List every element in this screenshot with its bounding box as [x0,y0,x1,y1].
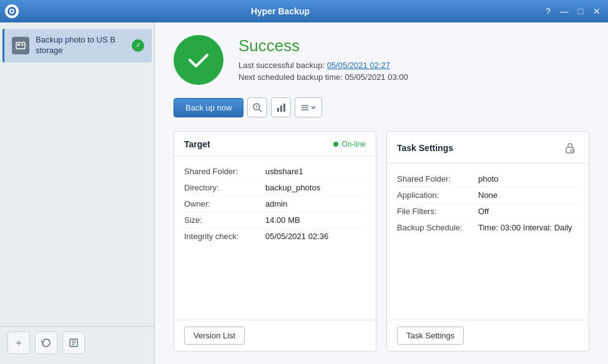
target-card-header: Target On-line [174,132,376,156]
version-list-button[interactable]: Version List [184,327,245,345]
row-value: usbshare1 [265,167,303,176]
task-settings-card-body: Shared Folder: photo Application: None F… [387,164,589,320]
more-actions-button[interactable] [295,97,322,117]
task-settings-card-header: Task Settings [387,132,589,164]
last-backup-label: Last successful backup: [238,61,325,70]
row-value: photo [478,174,499,184]
close-button[interactable]: ✕ [591,5,603,17]
target-card-body: Shared Folder: usbshare1 Directory: back… [174,156,376,320]
sidebar: Backup photo to US B storage ✓ ＋ [0,22,155,364]
task-settings-card-title: Task Settings [397,143,453,153]
row-value: 05/05/2021 02:36 [265,232,328,241]
window-controls: ? — □ ✕ [542,5,603,17]
online-dot [333,142,338,147]
table-row: Shared Folder: usbshare1 [184,164,366,180]
row-label: Shared Folder: [397,174,478,184]
svg-rect-15 [277,108,279,112]
row-value: backup_photos [265,183,320,192]
action-bar: Back up now [174,97,589,117]
back-up-now-button[interactable]: Back up now [174,98,243,117]
table-row: Integrity check: 05/05/2021 02:36 [184,229,366,244]
target-card-footer: Version List [174,320,376,351]
table-row: File Filters: Off [397,204,579,220]
row-value: Time: 03:00 Interval: Daily [478,223,572,232]
app-logo [5,4,19,18]
last-backup-value[interactable]: 05/05/2021 02:27 [327,61,390,70]
add-icon: ＋ [14,337,24,350]
sidebar-item-label: Backup photo to US B storage [36,35,125,56]
status-title: Success [238,36,589,56]
target-card-title: Target [184,139,210,149]
restore-button[interactable] [35,332,57,354]
table-row: Shared Folder: photo [397,171,579,187]
row-value: Off [478,207,489,216]
lock-icon [564,142,576,154]
chart-icon [277,103,286,112]
svg-rect-4 [17,44,20,46]
row-label: Backup Schedule: [397,223,478,232]
status-info: Success Last successful backup: 05/05/20… [238,36,589,84]
row-label: Integrity check: [184,232,265,241]
next-backup-line: Next scheduled backup time: 05/05/2021 0… [238,72,589,82]
task-settings-card: Task Settings Shared [386,131,589,352]
sidebar-item-backup-photo-us[interactable]: Backup photo to US B storage ✓ [2,29,152,62]
online-label: On-line [341,140,366,149]
help-button[interactable]: ? [542,5,554,17]
success-icon [174,35,223,85]
svg-point-2 [11,10,13,12]
maximize-button[interactable]: □ [574,5,587,17]
row-label: Application: [397,190,478,200]
minimize-button[interactable]: — [558,5,571,17]
row-label: Owner: [184,199,265,209]
target-card: Target On-line Shared Folder: usbshare1 … [174,131,376,352]
row-label: Size: [184,215,265,225]
svg-rect-17 [283,104,285,112]
row-value: admin [265,199,287,209]
task-settings-card-footer: Task Settings [387,320,589,351]
table-row: Size: 14.00 MB [184,212,366,229]
sidebar-item-check-icon: ✓ [132,39,144,52]
menu-icon [301,104,309,112]
last-backup-line: Last successful backup: 05/05/2021 02:27 [238,61,589,70]
lock-settings-button[interactable] [561,139,579,157]
row-label: File Filters: [397,207,478,216]
cards-row: Target On-line Shared Folder: usbshare1 … [174,131,589,352]
table-row: Application: None [397,187,579,204]
sidebar-bottom-toolbar: ＋ [0,326,154,359]
statistics-button[interactable] [271,97,291,117]
clock-search-icon [253,103,262,112]
svg-line-12 [259,109,262,112]
main-content: Success Last successful backup: 05/05/20… [155,22,608,364]
online-badge: On-line [333,140,366,149]
svg-rect-16 [280,106,282,112]
task-settings-button[interactable]: Task Settings [397,327,464,345]
logs-icon [69,338,79,348]
status-section: Success Last successful backup: 05/05/20… [174,35,589,85]
table-row: Directory: backup_photos [184,180,366,196]
row-label: Directory: [184,183,265,192]
app-body: Backup photo to US B storage ✓ ＋ [0,22,608,364]
table-row: Backup Schedule: Time: 03:00 Interval: D… [397,220,579,235]
row-value: 14.00 MB [265,215,300,225]
logs-button[interactable] [62,332,85,354]
add-task-button[interactable]: ＋ [7,332,30,354]
app-title: Hyper Backup [19,6,542,16]
titlebar: Hyper Backup ? — □ ✕ [0,0,608,22]
table-row: Owner: admin [184,196,366,212]
restore-icon [41,337,52,348]
row-value: None [478,190,498,200]
backup-icon [12,37,29,54]
chevron-down-icon [311,105,316,110]
row-label: Shared Folder: [184,167,265,176]
search-versions-button[interactable] [247,97,267,117]
